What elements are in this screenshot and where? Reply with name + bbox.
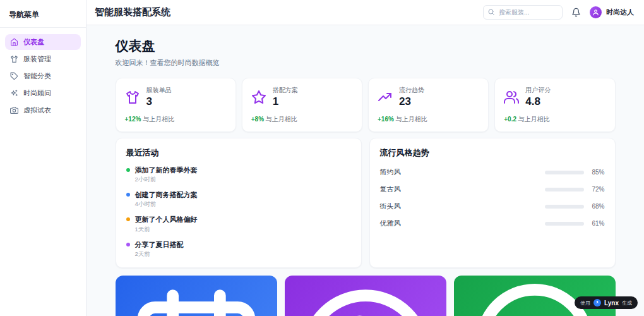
sidebar-nav: 仪表盘 服装管理 智能分类 时尚顾问 虚拟试衣	[0, 28, 86, 125]
color-matching-card[interactable]: 色彩搭配 AI智能色彩匹配和和谐搭配	[285, 276, 446, 316]
trend-row: 优雅风 61%	[380, 219, 605, 228]
activity-time: 1天前	[135, 226, 198, 234]
activity-text: 添加了新的春季外套	[135, 166, 198, 174]
stat-value: 4.8	[525, 95, 551, 108]
lynx-logo-icon	[593, 299, 601, 307]
activity-item: 更新了个人风格偏好 1天前	[126, 216, 351, 233]
today-recommendation-card[interactable]: 今日推荐 基于天气和日程的智能搭配建议	[116, 276, 277, 316]
generated-with-lynx-badge[interactable]: 使用 Lynx 生成	[575, 296, 638, 309]
sidebar-item-label: 时尚顾问	[23, 88, 51, 98]
activity-dot	[126, 193, 130, 197]
trend-row: 简约风 85%	[380, 167, 605, 177]
tshirt-icon	[125, 90, 140, 105]
action-cards: 今日推荐 基于天气和日程的智能搭配建议 色彩搭配 AI智能色彩匹配和和谐搭配 场…	[116, 276, 616, 316]
user-icon	[592, 9, 599, 16]
activity-item: 创建了商务搭配方案 4小时前	[126, 191, 351, 209]
trend-percent: 85%	[589, 169, 605, 176]
users-icon	[504, 90, 519, 105]
activity-dot	[126, 168, 130, 172]
activity-text: 更新了个人风格偏好	[135, 216, 198, 224]
trend-label: 街头风	[380, 202, 401, 211]
activity-time: 2小时前	[135, 176, 198, 184]
stat-value: 23	[399, 95, 424, 108]
top-bar: 智能服装搭配系统 时尚达人	[86, 0, 644, 25]
sidebar-item-classify[interactable]: 智能分类	[5, 68, 81, 84]
trend-row: 复古风 72%	[380, 185, 605, 194]
recent-activity-panel: 最近活动 添加了新的春季外套 2小时前 创建了商务搭配方案 4小时前	[116, 138, 362, 268]
stat-card-rating: 用户评分 4.8 +0.2 与上月相比	[494, 78, 615, 132]
sidebar-item-label: 服装管理	[23, 54, 51, 64]
sidebar-item-clothing[interactable]: 服装管理	[5, 51, 81, 67]
main-area: 仪表盘 欢迎回来！查看您的时尚数据概览 服装单品 3 +12% 与上月相比	[86, 25, 644, 316]
palette-icon	[295, 284, 436, 316]
style-trends-panel: 流行风格趋势 简约风 85% 复古风 72%	[369, 138, 616, 268]
stat-card-items: 服装单品 3 +12% 与上月相比	[116, 78, 236, 132]
stat-cards: 服装单品 3 +12% 与上月相比 搭配方案 1	[116, 78, 616, 132]
trend-row: 街头风 68%	[380, 202, 605, 211]
sidebar-item-dashboard[interactable]: 仪表盘	[5, 34, 81, 50]
stat-delta-row: +12% 与上月相比	[125, 115, 227, 124]
activity-text: 创建了商务搭配方案	[135, 191, 198, 199]
activity-item: 分享了夏日搭配 2天前	[126, 241, 351, 258]
activity-text: 分享了夏日搭配	[135, 241, 184, 249]
stat-delta-row: +8% 与上月相比	[251, 115, 353, 124]
sidebar-item-advisor[interactable]: 时尚顾问	[5, 85, 81, 101]
sidebar-item-label: 仪表盘	[23, 37, 44, 47]
progress-bar	[545, 171, 584, 174]
recent-activity-title: 最近活动	[126, 147, 351, 159]
trend-label: 优雅风	[380, 219, 401, 228]
bell-icon[interactable]	[571, 8, 581, 17]
page-title: 仪表盘	[116, 37, 616, 55]
badge-prefix: 使用	[580, 300, 590, 307]
home-icon	[10, 38, 18, 46]
style-trends-title: 流行风格趋势	[380, 147, 605, 159]
stat-delta: +12%	[125, 116, 141, 123]
sparkles-icon	[10, 89, 18, 97]
sidebar-item-label: 虚拟试衣	[23, 106, 51, 115]
stat-value: 1	[273, 95, 298, 108]
search-icon	[487, 8, 495, 16]
progress-bar	[545, 222, 584, 226]
sidebar-item-label: 智能分类	[23, 71, 51, 81]
stat-value: 3	[146, 95, 172, 108]
stat-delta: +0.2	[504, 116, 516, 123]
activity-item: 添加了新的春季外套 2小时前	[126, 166, 351, 184]
stat-label: 服装单品	[146, 86, 172, 95]
activity-time: 4小时前	[135, 200, 198, 209]
trend-label: 复古风	[380, 185, 401, 194]
stat-label: 搭配方案	[273, 86, 298, 95]
badge-brand: Lynx	[604, 300, 619, 307]
stat-delta: +8%	[251, 116, 264, 123]
trend-label: 简约风	[380, 167, 401, 177]
trend-list: 简约风 85% 复古风 72% 街头风	[380, 167, 605, 228]
user-menu[interactable]: 时尚达人	[590, 6, 634, 18]
badge-suffix: 生成	[622, 300, 632, 307]
sidebar-item-fitting[interactable]: 虚拟试衣	[5, 102, 81, 118]
camera-icon	[10, 106, 18, 114]
activity-dot	[126, 243, 130, 246]
trend-up-icon	[378, 90, 393, 105]
stat-label: 用户评分	[525, 86, 551, 95]
trend-percent: 72%	[589, 186, 605, 193]
stat-card-outfits: 搭配方案 1 +8% 与上月相比	[242, 78, 362, 132]
calendar-icon	[126, 284, 267, 316]
stat-label: 流行趋势	[399, 86, 424, 95]
tshirt-icon	[10, 55, 18, 63]
occasion-recommendation-card[interactable]: 场合推荐 不同场合的专业搭配指导	[454, 276, 616, 316]
activity-dot	[126, 217, 130, 221]
trend-percent: 61%	[589, 220, 605, 227]
trend-percent: 68%	[589, 203, 605, 210]
search-box	[483, 5, 563, 20]
stat-delta-row: +16% 与上月相比	[378, 115, 479, 124]
sidebar-title: 导航菜单	[0, 0, 86, 28]
tag-icon	[10, 72, 18, 80]
stat-delta-row: +0.2 与上月相比	[504, 115, 605, 124]
activity-list: 添加了新的春季外套 2小时前 创建了商务搭配方案 4小时前	[126, 166, 351, 258]
sidebar: 导航菜单 仪表盘 服装管理 智能分类 时尚顾问	[0, 0, 86, 316]
progress-bar	[545, 188, 584, 191]
star-icon	[251, 90, 266, 105]
stat-card-trends: 流行趋势 23 +16% 与上月相比	[368, 78, 489, 132]
app-title: 智能服装搭配系统	[95, 6, 170, 18]
topbar-right: 时尚达人	[483, 5, 634, 20]
page-subtitle: 欢迎回来！查看您的时尚数据概览	[116, 58, 616, 68]
